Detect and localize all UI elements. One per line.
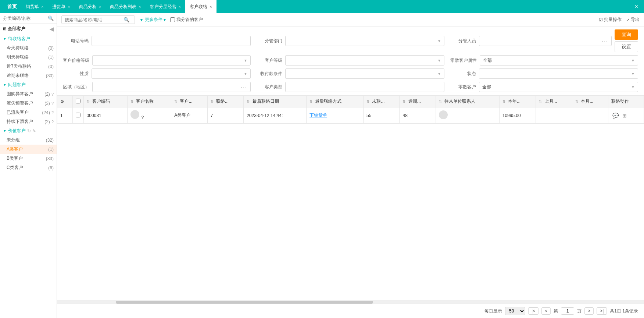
sort-name-icon[interactable]: ⇅	[130, 99, 133, 103]
dept-select[interactable]: ▼	[285, 36, 444, 46]
my-customers-checkbox-label[interactable]: 我分管的客户	[170, 17, 203, 23]
filter-row-person: 分管人员 ··· 查询 设置	[450, 29, 638, 52]
last-method-link[interactable]: 下销货单	[310, 113, 327, 118]
sidebar-search-input[interactable]	[3, 16, 48, 21]
filter-panel: 电话号码 分管部门 ▼ 分管人员 ··· 查询 设置	[57, 26, 644, 95]
grid-icon: ⊞	[3, 26, 6, 31]
nav-tab-purchase[interactable]: 进货单 ×	[48, 0, 74, 13]
sort-date-icon[interactable]: ⇅	[247, 99, 250, 103]
table-settings-icon[interactable]: ⚙	[60, 99, 64, 104]
qr-icon[interactable]: ⊞	[622, 113, 627, 119]
nav-tab-product-analysis[interactable]: 商品分析 ×	[75, 0, 105, 13]
sidebar: 🔍 ⊞ 全部客户 ◀ ▼ 待联络客户 今天待联络 (0) 明天待联络 (1) 近…	[0, 13, 57, 318]
col-settings[interactable]: ⚙	[57, 96, 73, 107]
col-name: ⇅ 客户名称	[127, 96, 171, 107]
sidebar-item-today[interactable]: 今天待联络 (0)	[0, 43, 57, 53]
edit-value-icon[interactable]: ✎	[32, 128, 36, 134]
query-button[interactable]: 查询	[615, 29, 638, 40]
sidebar-item-ungroup[interactable]: 未分组 (32)	[0, 135, 57, 145]
person-input[interactable]: ···	[479, 36, 612, 46]
page-size-select[interactable]: 50 100 200	[505, 307, 525, 315]
close-purchase-tab[interactable]: ×	[68, 4, 70, 9]
export-button[interactable]: ↗ 导出	[626, 17, 640, 23]
sidebar-item-a-class[interactable]: A类客户 (1)	[0, 145, 57, 154]
nav-tab-sales[interactable]: 销货单 ×	[21, 0, 48, 13]
person-dots: ···	[602, 38, 608, 44]
sidebar-item-churn-warning[interactable]: 流失预警客户 (3) ?	[0, 99, 57, 108]
nav-tab-customer-tier[interactable]: 客户分层经营 ×	[146, 0, 185, 13]
collapse-sidebar-button[interactable]: ◀	[50, 26, 54, 32]
customer-type-input[interactable]	[285, 82, 444, 92]
all-customers-header[interactable]: ⊞ 全部客户 ◀	[0, 24, 57, 34]
nav-tab-customer-contact[interactable]: 客户联络 ×	[185, 0, 216, 13]
refresh-icon[interactable]: ↻	[27, 128, 31, 134]
horizontal-scrollbar[interactable]	[57, 300, 644, 304]
batch-ops-button[interactable]: ☑ 批量操作	[599, 17, 622, 23]
page-number-input[interactable]	[561, 307, 574, 315]
sidebar-item-tomorrow[interactable]: 明天待联络 (1)	[0, 53, 57, 62]
close-product-list-tab[interactable]: ×	[139, 4, 141, 9]
customer-level-select[interactable]: ▼	[285, 55, 444, 66]
first-page-button[interactable]: |<	[528, 307, 539, 315]
sidebar-item-7days[interactable]: 近7天待联络 (0)	[0, 62, 57, 71]
sort-last-month-icon[interactable]: ⇅	[539, 99, 542, 103]
sort-no-contact-icon[interactable]: ⇅	[366, 99, 369, 103]
nav-tab-product-list[interactable]: 商品分析列表 ×	[105, 0, 145, 13]
select-all-checkbox[interactable]	[76, 99, 80, 103]
settings-button[interactable]: 设置	[615, 41, 638, 52]
retail-select[interactable]: 全部 ▼	[479, 82, 638, 92]
sidebar-group-problem[interactable]: ▼ 问题客户	[0, 80, 57, 89]
phone-input[interactable]	[92, 36, 251, 46]
nature-select[interactable]: ▼	[92, 68, 251, 79]
checkbox-icon: ☑	[599, 17, 603, 22]
row-checkbox[interactable]	[76, 113, 80, 117]
sort-method-icon[interactable]: ⇅	[310, 99, 312, 103]
col-overdue: ⇅ 逾期...	[400, 96, 436, 107]
status-select[interactable]: ▼	[479, 68, 638, 79]
sort-type-icon[interactable]: ⇅	[174, 99, 177, 103]
sort-contact-icon[interactable]: ⇅	[211, 99, 214, 103]
close-product-analysis-tab[interactable]: ×	[99, 4, 101, 9]
sort-this-year-icon[interactable]: ⇅	[502, 99, 505, 103]
question-icon-1: ?	[51, 92, 54, 96]
search-input[interactable]	[65, 17, 124, 22]
chat-icon[interactable]: 💬	[612, 113, 619, 119]
row-index: 1	[57, 107, 73, 124]
sort-code-icon[interactable]: ⇅	[87, 99, 90, 103]
prev-page-button[interactable]: <	[541, 307, 551, 315]
sort-this-month-icon[interactable]: ⇅	[575, 99, 578, 103]
sidebar-group-value[interactable]: ▼ 价值客户 ↻ ✎	[0, 126, 57, 135]
row-customer-type: A类客户	[171, 107, 208, 124]
filter-row-phone: 电话号码	[63, 29, 251, 52]
retail-attr-select[interactable]: 全部 ▼	[480, 55, 638, 66]
sidebar-item-overdue[interactable]: 逾期未联络 (30)	[0, 71, 57, 80]
close-sales-tab[interactable]: ×	[41, 4, 43, 9]
area-input[interactable]: ···	[92, 82, 251, 92]
close-customer-contact-tab[interactable]: ×	[210, 4, 212, 9]
col-this-month: ⇅ 本月...	[572, 96, 608, 107]
sidebar-item-b-class[interactable]: B类客户 (33)	[0, 154, 57, 163]
filter-row-retail: 零散客户 全部 ▼	[450, 82, 638, 92]
close-customer-tier-tab[interactable]: ×	[179, 4, 181, 9]
payment-label: 收付款条件	[257, 71, 282, 77]
scrollbar-thumb[interactable]	[116, 301, 373, 304]
row-contact-count: 7	[207, 107, 244, 124]
sidebar-item-declining[interactable]: 持续下滑客户 (2) ?	[0, 117, 57, 126]
col-contact-count: ⇅ 联络...	[207, 96, 244, 107]
last-page-button[interactable]: >|	[597, 307, 607, 315]
sidebar-item-churned[interactable]: 已流失客户 (24) ?	[0, 108, 57, 117]
sidebar-item-c-class[interactable]: C类客户 (6)	[0, 163, 57, 172]
sidebar-group-pending[interactable]: ▼ 待联络客户	[0, 34, 57, 43]
next-page-button[interactable]: >	[584, 307, 594, 315]
sort-contacts-icon[interactable]: ⇅	[439, 99, 442, 103]
close-all-button[interactable]: ×	[632, 3, 641, 10]
price-level-select[interactable]: ▼	[92, 55, 251, 66]
row-last-month	[536, 107, 572, 124]
payment-select[interactable]: ▼	[285, 68, 444, 79]
col-no-contact: ⇅ 未联...	[363, 96, 400, 107]
my-customers-checkbox[interactable]	[170, 17, 175, 22]
more-conditions-button[interactable]: ▼ 更多条件 ▾	[139, 17, 166, 23]
sidebar-item-hoarding[interactable]: 囤购异常客户 (2) ?	[0, 89, 57, 99]
sort-overdue-icon[interactable]: ⇅	[402, 99, 405, 103]
nav-tab-home[interactable]: 首页	[3, 0, 21, 13]
